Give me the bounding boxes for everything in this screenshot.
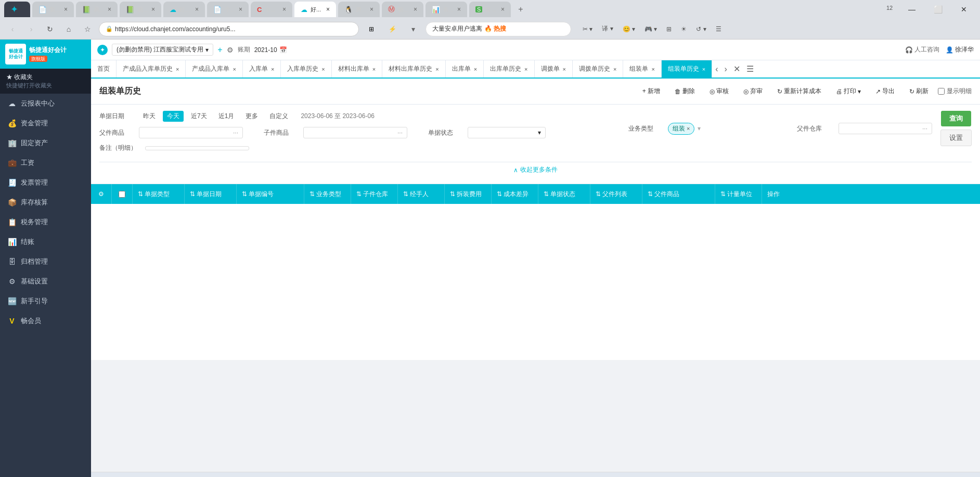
th-parent-goods[interactable]: ⇅ 父件商品	[642, 184, 715, 204]
tab-close[interactable]: ×	[271, 66, 274, 72]
grid-tool[interactable]: ⊞	[663, 23, 675, 34]
theme-tool[interactable]: ☀	[678, 23, 690, 34]
tab-close-all[interactable]: ✕	[730, 64, 743, 74]
address-input[interactable]: 🔒 https://cloud.chanjet.com/accounting/u…	[99, 22, 359, 36]
date-btn-today[interactable]: 今天	[163, 111, 184, 122]
child-goods-input[interactable]: ···	[303, 127, 407, 138]
show-detail-checkbox[interactable]: 显示明细	[938, 87, 972, 96]
tab-prod-in[interactable]: 产成品入库单 ×	[186, 60, 242, 78]
set-button[interactable]: 设置	[940, 130, 972, 146]
browser-tab-1[interactable]: 📄 新... ×	[32, 2, 74, 17]
tab-close[interactable]: ×	[372, 66, 376, 72]
sidebar-item-cloud-report[interactable]: ☁ 云报表中心	[0, 94, 91, 113]
sidebar-item-inventory[interactable]: 📦 库存核算	[0, 192, 91, 212]
child-goods-more-icon[interactable]: ···	[397, 129, 403, 136]
delete-button[interactable]: 🗑 昨天 删除	[669, 85, 700, 98]
tab-mat-out-history[interactable]: 材料出库单历史 ×	[382, 60, 445, 78]
minimize-button[interactable]: —	[900, 2, 924, 17]
refresh-button[interactable]: ↻ 刷新	[904, 85, 934, 98]
tab-in-history[interactable]: 入库单历史 ×	[281, 60, 331, 78]
parent-warehouse-input[interactable]: ···	[839, 123, 932, 134]
browser-tab-9[interactable]: Ⓜ 畅... ×	[382, 2, 423, 17]
th-bill-date[interactable]: ⇅ 单据日期	[185, 184, 237, 204]
home-button[interactable]: ⌂	[61, 22, 76, 36]
tab-close[interactable]: ×	[651, 66, 654, 72]
user-info[interactable]: 👤 徐泽华	[946, 45, 974, 54]
browser-tab-6[interactable]: C 企... ×	[251, 2, 292, 17]
search-bar[interactable]: 大量安卓用户逃离 🔥 热搜	[425, 22, 571, 36]
browser-tab-4[interactable]: ☁ 好... ×	[163, 2, 205, 17]
sidebar-item-fixed-assets[interactable]: 🏢 固定资产	[0, 133, 91, 153]
date-btn-custom[interactable]: 自定义	[265, 111, 292, 122]
th-bill-no[interactable]: ⇅ 单据编号	[237, 184, 304, 204]
tab-close[interactable]: ×	[321, 66, 325, 72]
calendar-icon[interactable]: 📅	[279, 46, 287, 54]
biz-type-tag-close[interactable]: ×	[687, 125, 690, 132]
th-bill-type[interactable]: ⇅ 单据类型	[133, 184, 185, 204]
tab-mat-out[interactable]: 材料出库单 ×	[332, 60, 382, 78]
tab-out-order[interactable]: 出库单 ×	[446, 60, 484, 78]
th-biz-type[interactable]: ⇅ 业务类型	[304, 184, 351, 204]
parent-goods-more-icon[interactable]: ···	[233, 129, 238, 136]
parent-warehouse-more-icon[interactable]: ···	[922, 125, 927, 132]
th-checkbox[interactable]	[112, 184, 133, 204]
translate-tool[interactable]: 译 ▾	[599, 23, 616, 34]
cut-tool[interactable]: ✂ ▾	[579, 23, 596, 34]
audit-button[interactable]: ◎ 审核	[704, 85, 734, 98]
settings-icon[interactable]: ⚙	[227, 46, 234, 54]
browser-tab-2[interactable]: 📗 易... ×	[76, 2, 118, 17]
sidebar-item-archive[interactable]: 🗄 归档管理	[0, 252, 91, 272]
th-child-wh[interactable]: ⇅ 子件仓库	[351, 184, 398, 204]
flash-button[interactable]: ⚡	[384, 22, 401, 36]
tab-out-history[interactable]: 出库单历史 ×	[484, 60, 534, 78]
show-detail-input[interactable]	[938, 88, 945, 95]
th-disassemble-fee[interactable]: ⇅ 拆装费用	[445, 184, 492, 204]
forward-button[interactable]: ›	[24, 22, 38, 36]
tab-assemble[interactable]: 调拨单 ×	[535, 60, 573, 78]
collapse-row[interactable]: ∧ 收起更多条件	[99, 162, 972, 177]
date-btn-7days[interactable]: 近7天	[187, 111, 211, 122]
tab-assemble-history[interactable]: 调拨单历史 ×	[573, 60, 623, 78]
select-all-checkbox[interactable]	[119, 191, 125, 198]
sidebar-item-invoice[interactable]: 🧾 发票管理	[0, 173, 91, 192]
horizontal-scrollbar[interactable]	[91, 472, 980, 477]
th-cost-diff[interactable]: ⇅ 成本差异	[492, 184, 538, 204]
th-bill-status[interactable]: ⇅ 单据状态	[538, 184, 590, 204]
tab-in-order[interactable]: 入库单 ×	[243, 60, 281, 78]
tab-scroll-left[interactable]: ‹	[712, 65, 721, 74]
sidebar-item-tax[interactable]: 📋 税务管理	[0, 212, 91, 232]
sidebar-item-settlement[interactable]: 📊 结账	[0, 232, 91, 252]
print-button[interactable]: 🖨 打印 ▾	[831, 85, 866, 98]
new-tab-button[interactable]: +	[513, 2, 528, 17]
history-tool[interactable]: ↺ ▾	[693, 23, 709, 34]
sidebar-item-fund[interactable]: 💰 资金管理	[0, 113, 91, 133]
browser-tab-5[interactable]: 📄 个... ×	[207, 2, 249, 17]
date-btn-more[interactable]: 更多	[241, 111, 262, 122]
reload-button[interactable]: ↻	[43, 22, 57, 36]
tab-close[interactable]: ×	[435, 66, 439, 72]
tab-more[interactable]: ☰	[743, 64, 757, 74]
emoji-tool[interactable]: 😊 ▾	[620, 23, 638, 34]
back-button[interactable]: ‹	[5, 22, 20, 36]
browser-tab-11[interactable]: S 目... ×	[469, 2, 511, 17]
sidebar-item-basic-settings[interactable]: ⚙ 基础设置	[0, 272, 91, 291]
th-handler[interactable]: ⇅ 经手人	[398, 184, 445, 204]
tab-scroll-right[interactable]: ›	[721, 65, 730, 74]
tab-close[interactable]: ×	[563, 66, 566, 72]
query-button[interactable]: 查询	[941, 111, 971, 126]
tab-close[interactable]: ×	[702, 66, 705, 72]
bookmark-button[interactable]: ☆	[80, 22, 95, 36]
browser-tab-ai[interactable]: ✦	[4, 2, 30, 17]
browser-tab-7[interactable]: ☁ 好... ×	[294, 2, 336, 17]
th-parent-list[interactable]: ⇅ 父件列表	[590, 184, 642, 204]
th-settings[interactable]: ⚙	[91, 184, 112, 204]
order-status-select[interactable]: ▾	[468, 127, 546, 138]
service-button[interactable]: 🎧 人工咨询	[905, 45, 939, 54]
expand-search-button[interactable]: ▾	[405, 22, 421, 36]
tab-close[interactable]: ×	[176, 66, 179, 72]
sidebar-item-member[interactable]: V 畅会员	[0, 311, 91, 331]
recalc-button[interactable]: ↻ 重新计算成本	[772, 85, 827, 98]
tab-kit[interactable]: 组装单 ×	[623, 60, 661, 78]
browser-tab-8[interactable]: 🐧 腾... ×	[338, 2, 380, 17]
qr-button[interactable]: ⊞	[363, 22, 380, 36]
